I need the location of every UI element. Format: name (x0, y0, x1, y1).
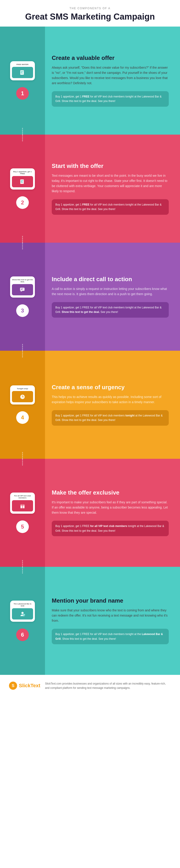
footer: S SlickText SlickText.com provides busin… (0, 675, 180, 697)
phone-label-5: For all VIP text club members (12, 495, 33, 499)
message-bubble-1: Buy 1 appetizer, get 1 FREE for all VIP … (52, 91, 169, 107)
phone-screen-6 (12, 608, 33, 619)
section-number: 2 (16, 196, 29, 209)
header-eyebrow: THE COMPONENTS OF A (18, 7, 162, 10)
section-left-3: Show this text to get the deal. 3 (0, 243, 45, 351)
section-5: For all VIP text club members 5 Make the… (0, 459, 180, 567)
message-bubble-5: Buy 1 appetizer, get 1 FREE for all VIP … (52, 521, 169, 536)
phone-screen-3 (12, 284, 33, 295)
section-right-6: Mention your brand name Make sure that y… (45, 567, 180, 675)
svg-rect-8 (20, 288, 25, 291)
section-4: Tonight only! 4 Create a sense of urgenc… (0, 351, 180, 459)
section-heading-3: Include a direct call to action (52, 276, 169, 283)
connector-top (22, 459, 23, 466)
svg-rect-25 (23, 615, 24, 615)
svg-point-22 (21, 612, 24, 614)
phone-label-1: FREE WATER! (12, 63, 33, 65)
svg-rect-6 (21, 181, 23, 182)
svg-rect-3 (21, 73, 23, 73)
connector-bottom (22, 560, 23, 567)
phone-screen-1 (12, 67, 33, 78)
connector-bottom (22, 452, 23, 459)
connector-bottom (22, 344, 23, 351)
section-right-3: Include a direct call to action A call t… (45, 243, 180, 351)
phone-screen-4 (12, 391, 33, 402)
phone-mockup-4: Tonight only! (10, 385, 35, 404)
phone-mockup-5: For all VIP text club members (10, 493, 35, 514)
section-heading-6: Mention your brand name (52, 597, 169, 604)
connector-top (22, 351, 23, 358)
svg-marker-9 (21, 291, 23, 292)
message-bubble-6: Buy 1 appetizer, get 1 FREE for all VIP … (52, 629, 169, 644)
connector-bottom (22, 128, 23, 134)
connector-top (22, 134, 23, 142)
section-heading-4: Create a sense of urgency (52, 384, 169, 391)
section-number: 5 (16, 521, 29, 533)
phone-label-4: Tonight only! (12, 388, 33, 390)
message-bubble-4: Buy 1 appetizer, get 1 FREE for all VIP … (52, 410, 169, 426)
phone-screen-2 (12, 176, 33, 187)
section-number: 3 (16, 304, 29, 317)
section-right-5: Make the offer exclusive It's important … (45, 459, 180, 567)
section-heading-2: Start with the offer (52, 162, 169, 169)
footer-logo-text: SlickText (19, 683, 40, 689)
section-body-2: Text messages are meant to be short and … (52, 173, 169, 194)
phone-screen-5 (12, 500, 33, 512)
message-bubble-3: Buy 1 appetizer, get 1 FREE for all VIP … (52, 302, 169, 318)
section-left-1: FREE WATER! 1 (0, 27, 45, 134)
phone-mockup-1: FREE WATER! (10, 61, 35, 80)
section-body-1: Always ask yourself, "Does this text cre… (52, 65, 169, 86)
section-6: The Lakewood Bar & Grill 6 Mention your … (0, 567, 180, 675)
section-heading-5: Make the offer exclusive (52, 489, 169, 496)
connector-top (22, 243, 23, 249)
section-heading-1: Create a valuable offer (52, 55, 169, 61)
connector-top (22, 567, 23, 574)
section-left-5: For all VIP text club members 5 (0, 459, 45, 567)
phone-label-3: Show this text to get the deal. (12, 279, 33, 283)
page-title: Great SMS Marketing Campaign (18, 12, 162, 22)
footer-description: SlickText.com provides businesses and or… (45, 682, 171, 690)
svg-rect-11 (21, 289, 23, 290)
svg-rect-2 (21, 72, 23, 72)
section-right-2: Start with the offer Text messages are m… (45, 134, 180, 243)
section-1: FREE WATER! 1 Create a valuable offer Al… (0, 27, 180, 134)
section-body-4: This helps you to achieve results as qui… (52, 394, 169, 405)
phone-mockup-6: The Lakewood Bar & Grill (10, 600, 35, 622)
svg-rect-5 (21, 180, 23, 181)
svg-rect-24 (23, 614, 25, 615)
section-body-3: A call to action is simply a request or … (52, 286, 169, 297)
svg-rect-10 (21, 288, 23, 289)
svg-point-15 (22, 397, 23, 397)
section-body-6: Make sure that your subscribers know who… (52, 608, 169, 623)
phone-mockup-3: Show this text to get the deal. (10, 276, 35, 298)
section-right-4: Create a sense of urgency This helps you… (45, 351, 180, 459)
section-number: 4 (16, 411, 29, 424)
slicktext-logo-icon: S (9, 682, 17, 690)
section-number: 6 (16, 628, 29, 641)
section-left-6: The Lakewood Bar & Grill 6 (0, 567, 45, 675)
page-header: THE COMPONENTS OF A Great SMS Marketing … (0, 0, 180, 27)
section-3: Show this text to get the deal. 3 Includ… (0, 243, 180, 351)
section-body-5: It's important to make your subscribers … (52, 500, 169, 515)
section-left-2: Buy 1 appetizer, get 1 FREE 2 (0, 134, 45, 243)
phone-mockup-2: Buy 1 appetizer, get 1 FREE (10, 168, 35, 189)
svg-rect-23 (23, 614, 25, 616)
section-2: Buy 1 appetizer, get 1 FREE 2 Start with… (0, 134, 180, 243)
svg-rect-7 (21, 182, 23, 183)
section-number: 1 (16, 87, 29, 100)
svg-rect-1 (21, 71, 23, 71)
section-left-4: Tonight only! 4 (0, 351, 45, 459)
connector-bottom (22, 236, 23, 243)
footer-logo: S SlickText (9, 682, 40, 690)
phone-label-2: Buy 1 appetizer, get 1 FREE (12, 170, 33, 175)
phone-label-6: The Lakewood Bar & Grill (12, 603, 33, 607)
section-right-1: Create a valuable offer Always ask yours… (45, 27, 180, 134)
svg-text:S: S (12, 683, 14, 688)
message-bubble-2: Buy 1 appetizer, get 1 FREE for all VIP … (52, 199, 169, 215)
sections-container: FREE WATER! 1 Create a valuable offer Al… (0, 27, 180, 675)
